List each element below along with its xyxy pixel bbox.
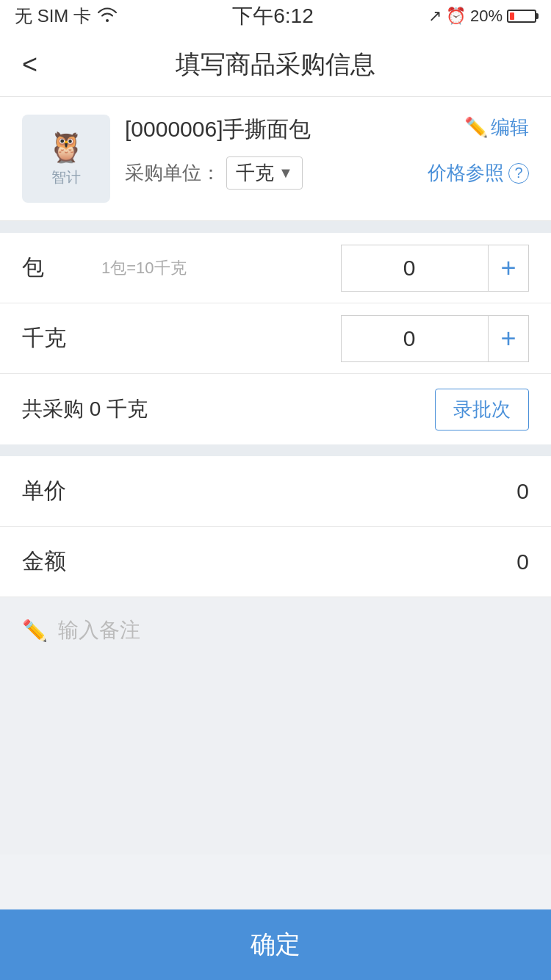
product-name: [0000006]手撕面包	[125, 115, 311, 145]
unit-value: 千克	[236, 160, 274, 186]
kg-input-right: +	[341, 315, 529, 362]
unit-dropdown-arrow: ▼	[278, 165, 293, 181]
total-label: 共采购 0 千克	[22, 395, 148, 423]
status-time: 下午6:12	[232, 2, 314, 30]
product-logo-owl: 🦉	[48, 130, 84, 165]
total-row: 共采购 0 千克 录批次	[0, 374, 551, 444]
unit-select[interactable]: 千克 ▼	[226, 156, 303, 190]
product-logo: 🦉 智计	[22, 115, 110, 203]
kg-input-row: 千克 +	[0, 303, 551, 374]
batch-button[interactable]: 录批次	[435, 389, 529, 430]
unit-label: 采购单位：	[125, 160, 220, 186]
product-card: 🦉 智计 [0000006]手撕面包 ✏️ 编辑 采购单位： 千克 ▼	[0, 97, 551, 221]
location-icon: ↗	[428, 7, 442, 26]
carrier-text: 无 SIM 卡	[15, 4, 91, 28]
bag-sub: 1包=10千克	[101, 257, 187, 279]
remark-placeholder: 输入备注	[58, 616, 140, 644]
separator-1	[0, 221, 551, 233]
product-logo-label: 智计	[51, 167, 81, 187]
bag-label: 包	[22, 253, 96, 283]
kg-plus-button[interactable]: +	[488, 315, 529, 362]
amount-value: 0	[516, 550, 529, 574]
amount-label: 金额	[22, 547, 66, 577]
empty-area	[0, 663, 551, 854]
amount-row: 金额 0	[0, 527, 551, 597]
pencil-icon: ✏️	[22, 619, 48, 643]
kg-quantity-input[interactable]	[341, 315, 488, 362]
alarm-icon: ⏰	[446, 7, 466, 26]
product-name-row: [0000006]手撕面包 ✏️ 编辑	[125, 115, 529, 145]
status-left: 无 SIM 卡	[15, 4, 118, 28]
bag-input-row: 包 1包=10千克 +	[0, 233, 551, 303]
bag-quantity-input[interactable]	[341, 245, 488, 292]
unit-row: 采购单位： 千克 ▼ 价格参照 ?	[125, 156, 529, 190]
input-section: 包 1包=10千克 + 千克 +	[0, 233, 551, 374]
status-bar: 无 SIM 卡 下午6:12 ↗ ⏰ 20%	[0, 0, 551, 32]
unit-price-value: 0	[516, 479, 529, 504]
wifi-icon	[97, 6, 118, 26]
price-ref-label: 价格参照	[428, 160, 504, 186]
edit-button[interactable]: ✏️ 编辑	[464, 115, 529, 140]
product-info: [0000006]手撕面包 ✏️ 编辑 采购单位： 千克 ▼ 价格参照 ?	[125, 115, 529, 190]
status-right: ↗ ⏰ 20%	[428, 7, 536, 26]
edit-label: 编辑	[491, 115, 529, 140]
price-section: 单价 0 金额 0	[0, 456, 551, 597]
unit-price-row: 单价 0	[0, 456, 551, 527]
unit-price-label: 单价	[22, 476, 66, 506]
price-ref-help-icon: ?	[508, 163, 529, 184]
separator-2	[0, 444, 551, 456]
page-title: 填写商品采购信息	[176, 48, 375, 82]
price-ref-button[interactable]: 价格参照 ?	[428, 160, 529, 186]
battery-percent: 20%	[470, 7, 503, 26]
remark-section[interactable]: ✏️ 输入备注	[0, 597, 551, 663]
bag-plus-button[interactable]: +	[488, 245, 529, 292]
confirm-label: 确定	[251, 928, 300, 962]
nav-bar: < 填写商品采购信息	[0, 32, 551, 97]
edit-icon: ✏️	[464, 116, 488, 139]
bag-input-right: +	[341, 245, 529, 292]
kg-label: 千克	[22, 323, 96, 353]
battery-icon	[507, 10, 536, 23]
confirm-bar[interactable]: 确定	[0, 909, 551, 980]
back-button[interactable]: <	[22, 49, 52, 80]
